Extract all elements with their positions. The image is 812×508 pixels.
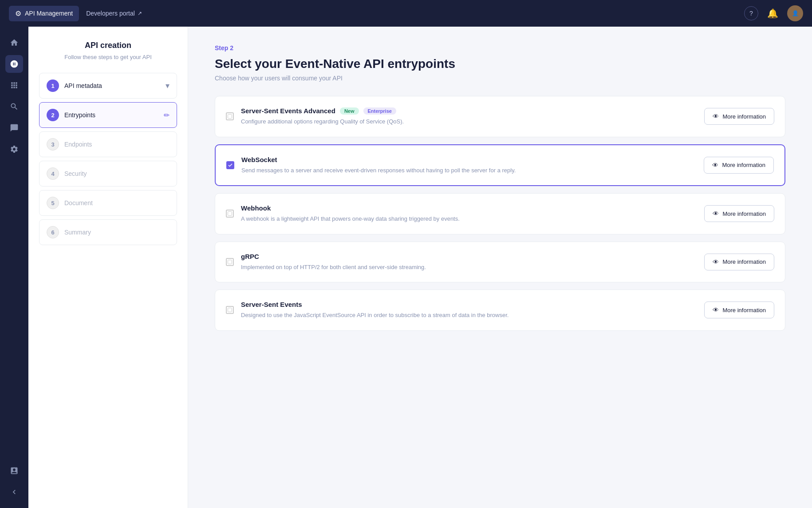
step-6-number: 6 [47, 226, 59, 238]
svg-rect-1 [228, 212, 232, 216]
wizard-sidebar: API creation Follow these steps to get y… [28, 27, 188, 508]
grpc-more-info-button[interactable]: 👁 More information [704, 254, 774, 270]
top-nav-left: ⚙ API Management Developers portal ↗ [9, 6, 142, 21]
api-management-button[interactable]: ⚙ API Management [9, 6, 79, 21]
step-1-label: API metadata [64, 82, 166, 89]
svg-rect-2 [228, 260, 232, 264]
grpc-info: gRPC Implemented on top of HTTP/2 for bo… [241, 253, 697, 272]
notifications-button[interactable]: 🔔 [767, 8, 778, 19]
webhook-desc: A webhook is a lightweight API that powe… [241, 214, 697, 223]
sidebar-bottom [5, 462, 23, 501]
wizard-step-1[interactable]: 1 API metadata ▾ [39, 73, 177, 99]
webhook-more-info-button[interactable]: 👁 More information [704, 205, 774, 222]
step-3-number: 3 [47, 138, 59, 151]
sidebar-item-settings[interactable] [5, 140, 23, 158]
sse-more-info-label: More information [722, 307, 766, 314]
webhook-checkbox[interactable] [226, 210, 234, 218]
grpc-checkbox[interactable] [226, 258, 234, 266]
websocket-info: WebSocket Send messages to a server and … [241, 156, 697, 175]
dev-portal-link[interactable]: Developers portal ↗ [86, 10, 142, 17]
step-2-number: 2 [47, 109, 59, 121]
step-5-label: Document [64, 199, 169, 206]
websocket-more-info-button[interactable]: 👁 More information [704, 157, 774, 174]
grpc-title-row: gRPC [241, 253, 697, 260]
sidebar-collapse-button[interactable] [5, 483, 23, 501]
sidebar-item-analytics[interactable] [5, 98, 23, 115]
sse-title-row: Server-Sent Events [241, 301, 697, 308]
step-6-label: Summary [64, 229, 169, 236]
sse-advanced-checkbox[interactable] [226, 112, 234, 120]
wizard-title: API creation [39, 41, 177, 50]
page-subtitle: Choose how your users will consume your … [215, 75, 785, 82]
websocket-more-info-label: More information [722, 162, 765, 168]
step-3-label: Endpoints [64, 141, 169, 148]
eye-icon: 👁 [713, 306, 719, 314]
webhook-title: Webhook [241, 204, 271, 212]
sse-advanced-badge-enterprise: Enterprise [363, 107, 396, 115]
entrypoint-card-sse: Server-Sent Events Designed to use the J… [215, 290, 785, 331]
sse-advanced-title-row: Server-Sent Events Advanced New Enterpri… [241, 107, 697, 115]
websocket-title: WebSocket [241, 156, 277, 163]
sidebar-item-home[interactable] [5, 34, 23, 52]
step-4-label: Security [64, 170, 169, 177]
wizard-step-4[interactable]: 4 Security [39, 161, 177, 187]
sse-title: Server-Sent Events [241, 301, 302, 308]
sse-advanced-more-info-label: More information [722, 113, 766, 120]
dev-portal-label: Developers portal [86, 10, 135, 17]
gear-icon: ⚙ [15, 9, 21, 18]
webhook-more-info-label: More information [722, 210, 766, 217]
wizard-subtitle: Follow these steps to get your API [39, 54, 177, 60]
svg-rect-3 [228, 308, 232, 312]
sse-more-info-button[interactable]: 👁 More information [704, 302, 774, 318]
entrypoint-card-grpc: gRPC Implemented on top of HTTP/2 for bo… [215, 242, 785, 283]
sse-desc: Designed to use the JavaScript EventSour… [241, 311, 697, 320]
sidebar-item-messages[interactable] [5, 119, 23, 137]
main-content: Step 2 Select your Event-Native API entr… [188, 27, 812, 508]
sse-advanced-desc: Configure additional options regarding Q… [241, 117, 697, 126]
entrypoint-card-websocket: WebSocket Send messages to a server and … [215, 144, 785, 187]
sse-advanced-title: Server-Sent Events Advanced [241, 107, 335, 115]
edit-icon: ✏ [164, 111, 169, 119]
wizard-step-3[interactable]: 3 Endpoints [39, 131, 177, 157]
sidebar-item-apps[interactable] [5, 76, 23, 94]
svg-rect-0 [228, 115, 232, 119]
main-layout: API creation Follow these steps to get y… [0, 27, 812, 508]
page-title: Select your Event-Native API entrypoints [215, 57, 785, 71]
entrypoint-card-sse-advanced: Server-Sent Events Advanced New Enterpri… [215, 96, 785, 137]
eye-icon: 👁 [712, 162, 718, 169]
sse-info: Server-Sent Events Designed to use the J… [241, 301, 697, 320]
external-link-icon: ↗ [138, 10, 142, 16]
websocket-title-row: WebSocket [241, 156, 697, 163]
entrypoint-card-webhook: Webhook A webhook is a lightweight API t… [215, 193, 785, 234]
sidebar-icons [0, 27, 28, 508]
help-button[interactable]: ? [744, 6, 758, 20]
wizard-step-2[interactable]: 2 Entrypoints ✏ [39, 102, 177, 128]
step-label-top: Step 2 [215, 44, 785, 52]
eye-icon: 👁 [713, 113, 719, 120]
eye-icon: 👁 [713, 210, 719, 217]
sidebar-item-reports[interactable] [5, 462, 23, 480]
webhook-info: Webhook A webhook is a lightweight API t… [241, 204, 697, 223]
webhook-title-row: Webhook [241, 204, 697, 212]
grpc-desc: Implemented on top of HTTP/2 for both cl… [241, 263, 697, 272]
grpc-title: gRPC [241, 253, 259, 260]
sse-advanced-badge-new: New [340, 107, 359, 115]
sidebar-item-api[interactable] [5, 55, 23, 73]
avatar[interactable]: 👤 [787, 5, 803, 21]
sse-checkbox[interactable] [226, 306, 234, 314]
sse-advanced-info: Server-Sent Events Advanced New Enterpri… [241, 107, 697, 126]
top-nav: ⚙ API Management Developers portal ↗ ? 🔔… [0, 0, 812, 27]
eye-icon: 👁 [713, 258, 719, 266]
step-4-number: 4 [47, 167, 59, 180]
wizard-step-5[interactable]: 5 Document [39, 190, 177, 216]
step-5-number: 5 [47, 197, 59, 209]
step-2-label: Entrypoints [64, 111, 164, 119]
sse-advanced-more-info-button[interactable]: 👁 More information [704, 108, 774, 125]
grpc-more-info-label: More information [722, 258, 766, 265]
chevron-down-icon: ▾ [166, 81, 169, 91]
wizard-step-6[interactable]: 6 Summary [39, 219, 177, 245]
api-management-label: API Management [25, 10, 73, 17]
websocket-desc: Send messages to a server and receive ev… [241, 166, 697, 175]
step-1-number: 1 [47, 79, 59, 92]
websocket-checkbox[interactable] [226, 161, 234, 169]
